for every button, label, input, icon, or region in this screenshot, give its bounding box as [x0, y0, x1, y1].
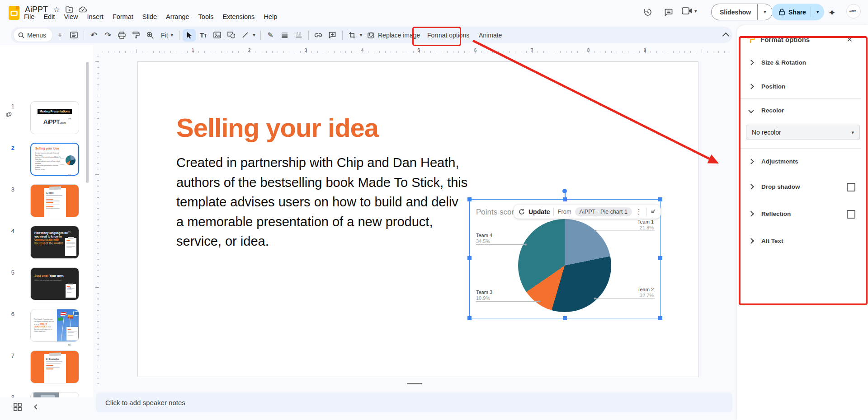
slide-number: 5	[5, 269, 14, 276]
format-options-button[interactable]: Format options	[427, 27, 469, 43]
account-avatar[interactable]: AiPPT...	[846, 4, 861, 19]
menu-item[interactable]: Help	[259, 12, 281, 22]
notes-resize-handle[interactable]	[407, 383, 422, 384]
more-options-icon[interactable]: ⋮	[636, 208, 642, 216]
format-options-panel: Format options ✕ Size & Rotation Positio…	[737, 25, 868, 420]
unlink-chart-icon[interactable]	[650, 209, 656, 215]
version-history-icon[interactable]	[642, 6, 654, 18]
meet-caret-icon[interactable]: ▾	[694, 8, 697, 14]
resize-handle-w[interactable]	[467, 256, 472, 260]
new-slide-button[interactable]: +	[53, 29, 66, 42]
resize-handle-s[interactable]	[563, 316, 567, 320]
insert-line-icon[interactable]	[239, 29, 252, 42]
resize-handle-n[interactable]	[563, 197, 567, 201]
undo-icon[interactable]: ↶	[87, 29, 100, 42]
menu-item[interactable]: Arrange	[162, 12, 193, 22]
reflection-checkbox[interactable]	[847, 210, 855, 219]
thumb8-photo	[33, 392, 59, 397]
insert-image-icon[interactable]	[211, 29, 224, 42]
section-alt-text[interactable]: Alt Text	[737, 232, 868, 250]
ruler-label: 2	[221, 48, 278, 53]
crop-caret-icon[interactable]: ▾	[360, 32, 363, 38]
pie-label-team1: Team 121.8%	[637, 219, 654, 231]
replace-image-button[interactable]: Replace image	[378, 27, 420, 43]
border-weight-icon[interactable]	[278, 29, 291, 42]
slides-logo[interactable]	[8, 5, 20, 20]
redo-icon[interactable]: ↷	[101, 29, 114, 42]
slide-body-text[interactable]: Created in partnership with Chip and Dan…	[176, 153, 467, 252]
crop-icon[interactable]	[346, 29, 359, 42]
menu-item[interactable]: File	[20, 12, 38, 22]
rotation-handle[interactable]	[562, 189, 567, 193]
menus-search-button[interactable]: Menus	[14, 28, 52, 42]
refresh-icon[interactable]	[519, 209, 525, 215]
resize-handle-sw[interactable]	[467, 316, 472, 320]
speaker-notes[interactable]: Click to add speaker notes	[96, 392, 732, 412]
text-box-tool[interactable]: TT	[197, 29, 210, 42]
animate-button[interactable]: Animate	[479, 27, 502, 43]
menu-item[interactable]: Format	[108, 12, 137, 22]
search-icon	[18, 32, 24, 38]
section-recolor[interactable]: Recolor	[737, 101, 868, 119]
gemini-sparkle-icon[interactable]: ✦	[828, 7, 836, 18]
select-tool[interactable]	[183, 29, 196, 42]
slide-thumbnail-3[interactable]: 1. Intro	[30, 184, 79, 217]
section-position[interactable]: Position	[737, 77, 868, 95]
menu-item[interactable]: Slide	[138, 12, 161, 22]
pie-chart[interactable]	[518, 219, 611, 312]
collapse-toolbar-icon[interactable]	[723, 27, 728, 43]
menu-item[interactable]: Extensions	[218, 12, 259, 22]
slideshow-button[interactable]: Slideshow ▾	[711, 4, 773, 20]
chart-source-chip[interactable]: AiPPT - Pie chart 1	[575, 207, 632, 216]
insert-link-icon[interactable]	[312, 29, 325, 42]
menu-item[interactable]: Edit	[39, 12, 59, 22]
border-dash-icon[interactable]	[292, 29, 305, 42]
update-chart-button[interactable]: Update	[528, 208, 550, 215]
ruler-label: 1	[165, 48, 221, 53]
meet-button[interactable]: ▾	[682, 6, 697, 15]
comments-icon[interactable]	[663, 6, 675, 18]
insert-shape-icon[interactable]	[225, 29, 238, 42]
menu-item[interactable]: Tools	[194, 12, 218, 22]
collapse-filmstrip-icon[interactable]	[33, 403, 39, 411]
ruler-label: 6	[447, 48, 504, 53]
recolor-dropdown[interactable]: No recolor ▾	[746, 125, 860, 140]
border-color-pen-icon[interactable]: ✎	[264, 29, 277, 42]
resize-handle-e[interactable]	[658, 256, 662, 260]
share-caret-icon[interactable]: ▾	[811, 7, 825, 17]
slideshow-caret-icon[interactable]: ▾	[757, 4, 772, 20]
resize-handle-se[interactable]	[658, 316, 662, 320]
chevron-right-icon	[748, 184, 754, 190]
recolor-value: No recolor	[752, 129, 781, 136]
slide-thumbnail-7[interactable]: 2. Examples	[30, 350, 79, 383]
section-size-rotation[interactable]: Size & Rotation	[737, 53, 868, 71]
zoom-fit-label[interactable]: Fit	[161, 32, 168, 39]
resize-handle-nw[interactable]	[467, 197, 472, 201]
pie-chart-object[interactable]: Points scored Update From AiPPT - Pie ch…	[469, 199, 660, 318]
filmstrip-scrollbar[interactable]	[86, 62, 89, 183]
ruler-label: 3	[67, 229, 124, 233]
menu-item[interactable]: View	[60, 12, 82, 22]
pie-label-team4: Team 434.5%	[476, 233, 492, 244]
slide-thumbnail-2-selected[interactable]: Selling your idea Created in partnership…	[30, 143, 79, 176]
slide-thumbnail-6[interactable]: The Google Translate app can repeat anyt…	[30, 309, 79, 342]
zoom-fit-caret-icon[interactable]: ▾	[171, 32, 174, 38]
slide-thumbnail-5[interactable]: Just one! Your own. (With a little help …	[30, 267, 79, 300]
menu-item[interactable]: Insert	[83, 12, 108, 22]
drop-shadow-checkbox[interactable]	[847, 183, 855, 191]
slide-layout-icon[interactable]	[67, 29, 80, 42]
resize-handle-ne[interactable]	[658, 197, 662, 201]
zoom-icon[interactable]	[143, 29, 156, 42]
dropdown-caret-icon: ▾	[851, 130, 854, 135]
add-comment-icon[interactable]	[326, 29, 339, 42]
chevron-right-icon	[748, 211, 754, 217]
section-adjustments[interactable]: Adjustments	[737, 152, 868, 170]
close-panel-icon[interactable]: ✕	[847, 35, 853, 44]
slide-thumbnail-8[interactable]: Meet Alberto.	[30, 392, 79, 397]
share-button[interactable]: Share ▾	[772, 4, 824, 20]
insert-line-caret-icon[interactable]: ▾	[253, 32, 255, 38]
grid-view-icon[interactable]	[14, 403, 22, 411]
print-icon[interactable]	[115, 29, 128, 42]
slide-title[interactable]: Selling your idea	[176, 112, 378, 143]
paint-format-icon[interactable]	[129, 29, 142, 42]
